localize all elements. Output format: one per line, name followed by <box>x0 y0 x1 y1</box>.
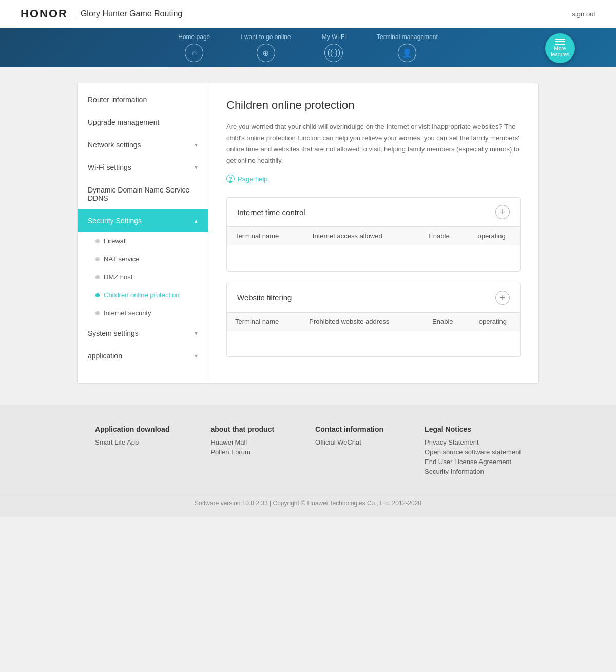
home-icon: ⌂ <box>185 44 203 62</box>
col-internet-access: Internet access allowed <box>304 227 415 245</box>
sidebar-subitem-internet-security[interactable]: Internet security <box>78 304 208 322</box>
dot-indicator <box>95 275 100 279</box>
col-terminal-name: Terminal name <box>227 312 301 331</box>
website-filtering-title: Website filtering <box>237 293 292 302</box>
footer-link-eula[interactable]: End User License Agreement <box>425 458 521 466</box>
add-internet-time-button[interactable]: + <box>495 205 510 219</box>
nav-item-terminal[interactable]: Terminal management 👤 <box>377 33 438 62</box>
sidebar-item-ddns[interactable]: Dynamic Domain Name Service DDNS <box>78 179 208 209</box>
nav-items: Home page ⌂ I want to go online ⊕ My Wi-… <box>0 33 616 67</box>
chevron-down-icon: ▾ <box>195 352 198 359</box>
main-nav: Home page ⌂ I want to go online ⊕ My Wi-… <box>0 28 616 67</box>
table-row <box>227 245 520 271</box>
col-enable: Enable <box>420 312 466 331</box>
sidebar-subitem-firewall[interactable]: Firewall <box>78 232 208 250</box>
table-row <box>227 331 520 356</box>
sidebar-subitem-children[interactable]: Children online protection <box>78 286 208 304</box>
footer-col-app-download: Application download Smart Life App <box>95 425 169 477</box>
chevron-down-icon: ▾ <box>195 141 198 148</box>
footer-col-title: Legal Notices <box>425 425 521 433</box>
more-features-button[interactable]: More features <box>545 33 575 63</box>
dot-indicator <box>95 257 100 261</box>
chevron-down-icon: ▾ <box>195 164 198 171</box>
content-area: Children online protection Are you worri… <box>208 83 538 383</box>
sidebar-subitem-dmz[interactable]: DMZ host <box>78 268 208 286</box>
footer-col-legal: Legal Notices Privacy Statement Open sou… <box>425 425 521 477</box>
chevron-down-icon: ▾ <box>195 330 198 337</box>
sidebar-item-security[interactable]: Security Settings ▴ <box>78 209 208 232</box>
footer-link-open-source[interactable]: Open source software statement <box>425 448 521 456</box>
sidebar-item-application[interactable]: application ▾ <box>78 344 208 367</box>
footer-col-contact: Contact information Official WeChat <box>315 425 383 477</box>
terminal-icon: 👤 <box>398 44 416 62</box>
dot-indicator <box>95 239 100 243</box>
brand: HONOR Glory Hunter Game Routing <box>21 7 182 21</box>
nav-label-home: Home page <box>178 33 210 41</box>
col-enable: Enable <box>415 227 463 245</box>
footer-col-title: Application download <box>95 425 169 433</box>
wifi-icon: ((·)) <box>324 44 343 62</box>
nav-item-go-online[interactable]: I want to go online ⊕ <box>241 33 291 62</box>
footer-link-security-info[interactable]: Security Information <box>425 468 521 475</box>
brand-divider <box>74 8 74 20</box>
nav-item-wifi[interactable]: My Wi-Fi ((·)) <box>322 33 346 62</box>
footer-col-product: about that product Huawei Mall Pollen Fo… <box>210 425 274 477</box>
hamburger-icon <box>555 39 565 45</box>
internet-time-control-table: Terminal name Internet access allowed En… <box>227 226 520 271</box>
footer-link-huawei-mall[interactable]: Huawei Mall <box>210 438 274 446</box>
dot-indicator-active <box>95 293 100 297</box>
table-header-row: Terminal name Prohibited website address… <box>227 312 520 331</box>
go-online-icon: ⊕ <box>257 44 275 62</box>
nav-label-wifi: My Wi-Fi <box>322 33 346 41</box>
table-header-row: Terminal name Internet access allowed En… <box>227 227 520 245</box>
col-operating: operating <box>466 312 520 331</box>
footer-link-smart-life[interactable]: Smart Life App <box>95 438 169 446</box>
brand-title: Glory Hunter Game Routing <box>81 9 182 18</box>
more-features-label: More features <box>545 46 575 58</box>
internet-time-control-header: Internet time control + <box>227 198 520 226</box>
footer-col-title: Contact information <box>315 425 383 433</box>
sidebar-item-router-info[interactable]: Router information <box>78 88 208 111</box>
dot-indicator <box>95 311 100 315</box>
footer-link-privacy[interactable]: Privacy Statement <box>425 438 521 446</box>
nav-item-home[interactable]: Home page ⌂ <box>178 33 210 62</box>
col-terminal-name: Terminal name <box>227 227 304 245</box>
col-prohibited-address: Prohibited website address <box>301 312 419 331</box>
footer-link-pollen-forum[interactable]: Pollen Forum <box>210 448 274 456</box>
sidebar-item-wifi-settings[interactable]: Wi-Fi settings ▾ <box>78 156 208 179</box>
sidebar: Router information Upgrade management Ne… <box>78 83 208 383</box>
main-container: Router information Upgrade management Ne… <box>77 83 539 384</box>
website-filtering-section: Website filtering + Terminal name Prohib… <box>226 283 521 357</box>
sidebar-item-system[interactable]: System settings ▾ <box>78 322 208 344</box>
brand-honor: HONOR <box>21 7 68 21</box>
internet-time-control-section: Internet time control + Terminal name In… <box>226 197 521 272</box>
website-filtering-table: Terminal name Prohibited website address… <box>227 312 520 357</box>
internet-time-control-title: Internet time control <box>237 208 305 217</box>
header: HONOR Glory Hunter Game Routing sign out <box>0 0 616 28</box>
footer-col-title: about that product <box>210 425 274 433</box>
sidebar-item-network[interactable]: Network settings ▾ <box>78 133 208 156</box>
footer-copyright: Software version:10.0.2.33 | Copyright ©… <box>0 493 616 507</box>
col-operating: operating <box>463 227 520 245</box>
footer: Application download Smart Life App abou… <box>0 405 616 517</box>
page-help-link[interactable]: ? Page help <box>226 175 521 183</box>
website-filtering-header: Website filtering + <box>227 283 520 312</box>
page-description: Are you worried that your child will ove… <box>226 121 521 166</box>
footer-link-wechat[interactable]: Official WeChat <box>315 438 383 446</box>
signout-link[interactable]: sign out <box>572 10 595 18</box>
sidebar-item-upgrade[interactable]: Upgrade management <box>78 111 208 133</box>
help-icon: ? <box>226 175 235 183</box>
nav-label-terminal: Terminal management <box>377 33 438 41</box>
footer-columns: Application download Smart Life App abou… <box>0 425 616 477</box>
add-website-filter-button[interactable]: + <box>495 291 510 305</box>
chevron-up-icon: ▴ <box>195 217 198 224</box>
nav-label-go-online: I want to go online <box>241 33 291 41</box>
page-title: Children online protection <box>226 99 521 112</box>
sidebar-subitem-nat[interactable]: NAT service <box>78 250 208 268</box>
